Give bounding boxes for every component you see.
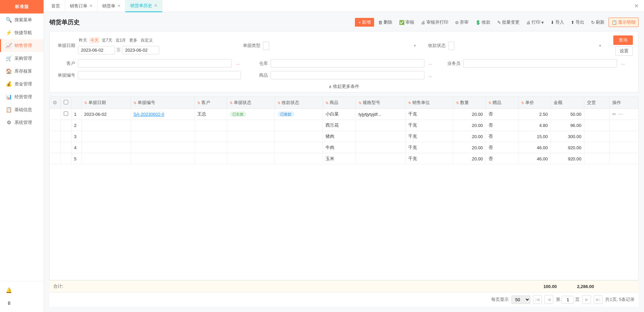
product-input[interactable]: [271, 71, 424, 79]
docnumber-input[interactable]: [78, 71, 241, 79]
col-doc-status[interactable]: ⇅ 单据状态: [227, 97, 275, 109]
col-quantity[interactable]: ⇅ 数量: [453, 97, 485, 109]
date-shortcuts: 昨天 今天 近7天 近1月 更多 自定义: [78, 37, 233, 44]
sidebar-item-sales[interactable]: 📈 销售管理: [0, 39, 44, 52]
batch-change-button[interactable]: ✎ 批量变更: [495, 18, 522, 27]
col-spec[interactable]: ⇅ 规格型号: [356, 97, 405, 109]
table-settings-icon[interactable]: ⚙: [53, 100, 57, 105]
sidebar-item-basic[interactable]: 📋 基础信息: [0, 103, 44, 116]
edit-action-icon[interactable]: ✏: [612, 111, 616, 117]
customer-input[interactable]: [78, 59, 232, 68]
print-button[interactable]: 🖨 打印 ▾: [524, 18, 547, 27]
payment-status-select[interactable]: [448, 42, 454, 50]
query-button[interactable]: 查询: [613, 35, 633, 45]
col-payment-status[interactable]: ⇅ 收款状态: [275, 97, 323, 109]
sidebar-item-finance[interactable]: 💰 资金管理: [0, 78, 44, 90]
collect-button[interactable]: 💲 收款: [473, 18, 493, 27]
page-input[interactable]: [562, 296, 574, 304]
settings-button[interactable]: 设置: [615, 46, 633, 56]
date-7days[interactable]: 近7天: [101, 37, 113, 44]
show-detail-button[interactable]: 📋 显示明细: [609, 18, 639, 27]
row-product-cell: 小白菜: [323, 109, 356, 120]
row-spec-cell: [356, 131, 405, 142]
operations-icon: 📊: [6, 94, 12, 100]
tab-sales-history-close[interactable]: ✕: [154, 3, 157, 8]
tab-sales-history[interactable]: 销货单历史 ✕: [125, 0, 162, 12]
tab-home-label: 首页: [51, 3, 60, 9]
table-row: 1 2023-06-02 SA-20230602-0 王总 已生效 已收款 小白…: [50, 109, 638, 120]
date-to-input[interactable]: [122, 46, 159, 54]
date-separator: 至: [116, 47, 121, 53]
prev-page-btn[interactable]: ◀: [544, 295, 553, 304]
salesperson-picker-btn[interactable]: ...: [620, 61, 626, 66]
sidebar-item-purchase[interactable]: 🛒 采购管理: [0, 52, 44, 65]
filter-customer-item: 客户 ...: [55, 59, 248, 68]
page-size-select[interactable]: 50 100 200: [511, 295, 530, 304]
doctype-label: 单据类型: [240, 43, 260, 49]
sidebar-item-system[interactable]: ⚙ 系统管理: [0, 116, 44, 129]
more-action-icon[interactable]: ⋯: [618, 111, 623, 117]
abandon-button[interactable]: ⊘ 弃审: [452, 18, 471, 27]
tabs-bar: 首页 销售订单 ✕ 销货单 ✕ 销货单历史 ✕ ✕: [44, 0, 644, 12]
row-action-cell: [610, 120, 638, 131]
col-gift[interactable]: ⇅ 赠品: [486, 97, 518, 109]
sidebar-item-operations[interactable]: 📊 经营管理: [0, 90, 44, 103]
sort-icon: ⇅: [456, 101, 459, 105]
date-from-input[interactable]: [78, 46, 115, 54]
audit-print-button[interactable]: 🖨 审核并打印: [418, 18, 451, 27]
col-customer[interactable]: ⇅ 客户: [194, 97, 227, 109]
sidebar-item-search[interactable]: 🔍 搜索菜单: [0, 14, 44, 26]
date-yesterday[interactable]: 昨天: [78, 37, 88, 44]
col-doc-date[interactable]: ⇅ 单据日期: [81, 97, 131, 109]
doc-number-link[interactable]: SA-20230602-0: [134, 112, 164, 117]
row-checkbox[interactable]: [64, 111, 68, 116]
col-doc-number[interactable]: ⇅ 单据编号: [131, 97, 194, 109]
tab-sales-order-close[interactable]: ✕: [89, 4, 92, 8]
sidebar-notification[interactable]: 🔔: [0, 284, 44, 297]
next-page-btn[interactable]: ▶: [582, 295, 591, 304]
product-picker-btn[interactable]: ...: [427, 73, 433, 78]
tab-sales-delivery-close[interactable]: ✕: [117, 4, 120, 8]
col-unit[interactable]: ⇅ 销售单位: [405, 97, 453, 109]
sort-icon: ⇅: [521, 101, 524, 105]
warehouse-picker-btn[interactable]: ...: [427, 61, 433, 66]
date-today[interactable]: 今天: [89, 37, 100, 44]
page-size-label: 每页显示: [491, 296, 509, 303]
customer-picker-btn[interactable]: ...: [234, 61, 241, 66]
doctype-select[interactable]: [263, 42, 269, 50]
col-unit-price[interactable]: ⇅ 单价: [518, 97, 551, 109]
audit-button[interactable]: ✅ 审核: [396, 18, 417, 27]
export-button[interactable]: ⬆ 导出: [568, 18, 587, 27]
filter-date-item: 单据日期 昨天 今天 近7天 近1月 更多 自定义 至: [55, 37, 240, 54]
tab-sales-order[interactable]: 销售订单 ✕: [65, 0, 97, 12]
first-page-btn[interactable]: |◀: [533, 295, 542, 304]
import-button[interactable]: ⬇ 导入: [548, 18, 567, 27]
new-button[interactable]: + 新增: [355, 18, 374, 27]
last-page-btn[interactable]: ▶|: [594, 295, 603, 304]
warehouse-input[interactable]: [271, 59, 424, 68]
delete-button[interactable]: 🗑 删除: [375, 18, 395, 27]
sort-icon: ⇅: [134, 101, 136, 105]
date-custom[interactable]: 自定义: [140, 37, 154, 44]
sidebar-item-quicknav[interactable]: ⚡ 快捷导航: [0, 26, 44, 39]
tab-sales-delivery[interactable]: 销货单 ✕: [97, 0, 125, 12]
date-1month[interactable]: 近1月: [115, 37, 127, 44]
row-quantity-cell: 20.00: [453, 109, 485, 120]
doc-status-badge: 已生效: [230, 111, 246, 117]
sidebar-item-inventory[interactable]: 🏠 库存核算: [0, 65, 44, 78]
date-more[interactable]: 更多: [128, 37, 138, 44]
row-transaction-cell: [584, 120, 610, 131]
row-gear-cell: [50, 142, 60, 153]
sidebar-item-label: 快捷导航: [15, 30, 32, 36]
row-payment-status-cell: [275, 120, 323, 131]
col-product[interactable]: ⇅ 商品: [323, 97, 356, 109]
tabs-close-all[interactable]: ✕: [632, 3, 641, 9]
collapse-button[interactable]: ∧ 收起更多条件: [326, 83, 362, 90]
col-gear: ⚙: [50, 97, 60, 109]
refresh-button[interactable]: ↻ 刷新: [588, 18, 607, 27]
select-all-checkbox[interactable]: [64, 100, 68, 104]
row-payment-status-cell: [275, 142, 323, 153]
sidebar-pause[interactable]: ⏸: [0, 297, 44, 309]
salesperson-input[interactable]: [463, 59, 617, 68]
tab-home[interactable]: 首页: [47, 0, 65, 12]
